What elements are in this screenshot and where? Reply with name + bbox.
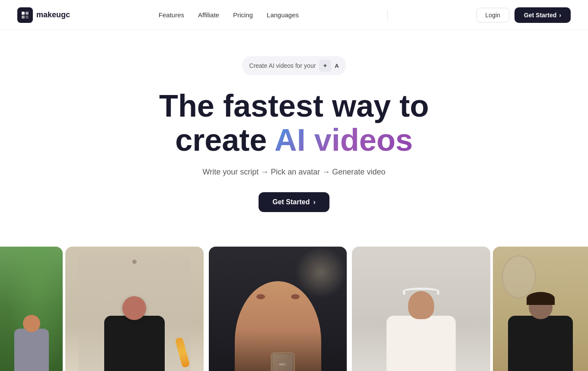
nav-languages[interactable]: Languages	[267, 11, 299, 19]
nav-features[interactable]: Features	[159, 11, 184, 19]
login-button[interactable]: Login	[476, 8, 509, 22]
video-card-2	[65, 247, 204, 371]
logo-icon	[17, 7, 33, 23]
hero-title-line1: The fastest way to	[159, 89, 429, 123]
get-started-hero-button[interactable]: Get Started ›	[259, 192, 329, 212]
badge-letter: A	[335, 63, 339, 69]
chevron-right-icon: ›	[559, 12, 561, 19]
video-card-5	[493, 247, 588, 371]
logo-link[interactable]: makeugc	[17, 7, 70, 23]
video-card-3: ABC	[209, 247, 347, 371]
hero-section: Create AI videos for your ✦ A The fastes…	[0, 30, 588, 229]
nav-actions: Login Get Started ›	[476, 7, 571, 23]
video-card-1	[0, 247, 63, 371]
hero-title-gradient: AI videos	[275, 123, 413, 157]
badge-icon-container: ✦	[319, 60, 331, 72]
sparkle-icon: ✦	[323, 62, 328, 69]
svg-rect-2	[22, 16, 25, 19]
nav-pricing[interactable]: Pricing	[233, 11, 253, 19]
hero-badge: Create AI videos for your ✦ A	[242, 56, 345, 75]
nav-links: Features Affiliate Pricing Languages	[159, 11, 299, 19]
badge-text: Create AI videos for your	[249, 62, 316, 69]
hero-subtitle: Write your script → Pick an avatar → Gen…	[203, 168, 386, 177]
svg-rect-1	[26, 12, 29, 15]
hero-title: The fastest way to create AI videos	[159, 89, 429, 157]
logo-text: makeugc	[36, 10, 70, 19]
video-gallery: ABC	[0, 247, 588, 371]
get-started-nav-button[interactable]: Get Started ›	[514, 7, 571, 23]
chevron-right-icon: ›	[313, 198, 315, 206]
nav-affiliate[interactable]: Affiliate	[198, 11, 219, 19]
nav-divider	[387, 10, 388, 20]
svg-rect-0	[22, 12, 25, 15]
video-card-4	[352, 247, 490, 371]
navbar: makeugc Features Affiliate Pricing Langu…	[0, 0, 588, 30]
svg-rect-3	[26, 16, 29, 19]
hero-title-line2-plain: create	[175, 123, 275, 157]
